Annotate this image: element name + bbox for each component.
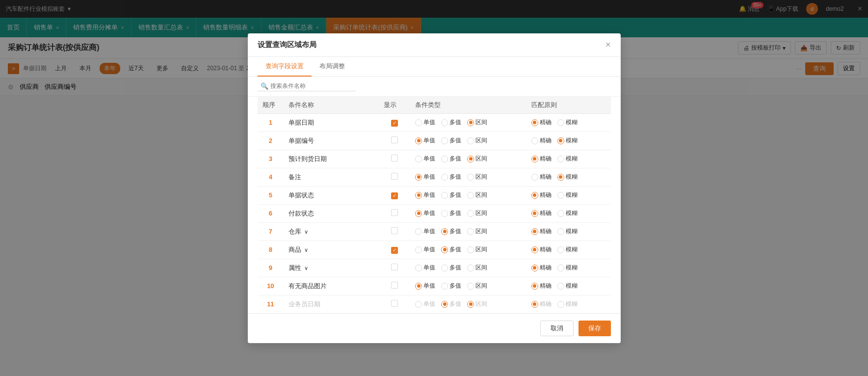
match-fuzzy-radio-circle[interactable] (557, 210, 564, 217)
match-exact-radio-circle[interactable] (531, 174, 538, 181)
match-fuzzy-radio[interactable]: 模糊 (557, 173, 578, 181)
type-single-radio[interactable]: 单值 (415, 155, 435, 163)
match-fuzzy-radio[interactable]: 模糊 (557, 300, 578, 308)
match-fuzzy-radio-circle[interactable] (557, 246, 564, 253)
match-exact-radio[interactable]: 精确 (531, 118, 552, 127)
type-single-radio-circle[interactable] (415, 265, 422, 271)
row-display[interactable] (379, 132, 410, 150)
match-fuzzy-radio[interactable]: 模糊 (557, 136, 578, 145)
match-fuzzy-radio-circle[interactable] (557, 301, 564, 308)
row-display[interactable] (379, 222, 410, 241)
type-single-radio-circle[interactable] (415, 228, 422, 235)
dropdown-arrow-icon[interactable]: ∨ (304, 229, 308, 235)
type-single-radio[interactable]: 单值 (415, 300, 435, 308)
type-multi-radio[interactable]: 多值 (441, 136, 461, 145)
match-exact-radio[interactable]: 精确 (531, 136, 552, 145)
type-range-radio-circle[interactable] (467, 210, 474, 217)
match-exact-radio-circle[interactable] (531, 265, 538, 271)
type-multi-radio-circle[interactable] (441, 192, 448, 199)
type-multi-radio[interactable]: 多值 (441, 209, 461, 217)
type-range-radio-circle[interactable] (467, 192, 474, 199)
type-single-radio-circle[interactable] (415, 156, 422, 162)
type-multi-radio-circle[interactable] (441, 228, 448, 235)
match-exact-radio[interactable]: 精确 (531, 155, 552, 163)
type-range-radio[interactable]: 区间 (467, 282, 487, 290)
display-checkbox[interactable] (391, 192, 398, 199)
type-single-radio-circle[interactable] (415, 301, 422, 308)
type-single-radio[interactable]: 单值 (415, 282, 435, 290)
display-checkbox[interactable] (391, 136, 398, 143)
type-range-radio-circle[interactable] (467, 119, 474, 126)
type-multi-radio-circle[interactable] (441, 119, 448, 126)
match-fuzzy-radio[interactable]: 模糊 (557, 245, 578, 254)
type-multi-radio-circle[interactable] (441, 246, 448, 253)
type-multi-radio[interactable]: 多值 (441, 118, 461, 127)
type-range-radio-circle[interactable] (467, 265, 474, 271)
row-display[interactable] (379, 295, 410, 313)
match-fuzzy-radio[interactable]: 模糊 (557, 118, 578, 127)
match-fuzzy-radio[interactable]: 模糊 (557, 155, 578, 163)
type-range-radio[interactable]: 区间 (467, 191, 487, 199)
type-multi-radio[interactable]: 多值 (441, 300, 461, 308)
modal-tab-query-fields[interactable]: 查询字段设置 (258, 57, 312, 77)
match-fuzzy-radio-circle[interactable] (557, 119, 564, 126)
cancel-button[interactable]: 取消 (540, 321, 574, 336)
type-single-radio-circle[interactable] (415, 246, 422, 253)
match-exact-radio-circle[interactable] (531, 283, 538, 290)
type-range-radio[interactable]: 区间 (467, 227, 487, 236)
type-multi-radio[interactable]: 多值 (441, 155, 461, 163)
type-multi-radio-circle[interactable] (441, 210, 448, 217)
type-multi-radio[interactable]: 多值 (441, 227, 461, 236)
row-display[interactable] (379, 277, 410, 295)
match-fuzzy-radio[interactable]: 模糊 (557, 227, 578, 236)
row-display[interactable] (379, 259, 410, 277)
type-multi-radio[interactable]: 多值 (441, 264, 461, 272)
type-range-radio[interactable]: 区间 (467, 118, 487, 127)
type-range-radio[interactable]: 区间 (467, 245, 487, 254)
match-exact-radio-circle[interactable] (531, 301, 538, 308)
type-single-radio[interactable]: 单值 (415, 136, 435, 145)
type-single-radio-circle[interactable] (415, 174, 422, 181)
dropdown-arrow-icon[interactable]: ∨ (304, 247, 308, 253)
match-exact-radio-circle[interactable] (531, 210, 538, 217)
search-input[interactable] (270, 82, 349, 89)
display-checkbox[interactable] (391, 247, 398, 254)
row-display[interactable] (379, 204, 410, 222)
match-exact-radio[interactable]: 精确 (531, 300, 552, 308)
match-fuzzy-radio-circle[interactable] (557, 228, 564, 235)
match-fuzzy-radio[interactable]: 模糊 (557, 282, 578, 290)
match-exact-radio-circle[interactable] (531, 156, 538, 162)
match-exact-radio-circle[interactable] (531, 192, 538, 199)
type-range-radio-circle[interactable] (467, 246, 474, 253)
type-multi-radio[interactable]: 多值 (441, 173, 461, 181)
match-fuzzy-radio-circle[interactable] (557, 265, 564, 271)
type-single-radio-circle[interactable] (415, 137, 422, 144)
display-checkbox[interactable] (391, 173, 398, 180)
match-fuzzy-radio-circle[interactable] (557, 156, 564, 162)
match-exact-radio-circle[interactable] (531, 137, 538, 144)
type-range-radio-circle[interactable] (467, 174, 474, 181)
modal-tab-layout[interactable]: 布局调整 (312, 57, 353, 77)
type-single-radio-circle[interactable] (415, 119, 422, 126)
match-fuzzy-radio[interactable]: 模糊 (557, 191, 578, 199)
match-fuzzy-radio[interactable]: 模糊 (557, 209, 578, 217)
type-range-radio-circle[interactable] (467, 228, 474, 235)
type-multi-radio[interactable]: 多值 (441, 282, 461, 290)
type-multi-radio[interactable]: 多值 (441, 245, 461, 254)
match-exact-radio[interactable]: 精确 (531, 245, 552, 254)
match-exact-radio-circle[interactable] (531, 228, 538, 235)
display-checkbox[interactable] (391, 300, 398, 307)
row-display[interactable] (379, 113, 410, 132)
type-single-radio[interactable]: 单值 (415, 245, 435, 254)
type-multi-radio-circle[interactable] (441, 137, 448, 144)
match-fuzzy-radio-circle[interactable] (557, 192, 564, 199)
save-button[interactable]: 保存 (579, 321, 611, 336)
type-range-radio[interactable]: 区间 (467, 209, 487, 217)
type-multi-radio-circle[interactable] (441, 301, 448, 308)
type-multi-radio-circle[interactable] (441, 174, 448, 181)
modal-close-button[interactable]: × (605, 40, 611, 49)
match-exact-radio-circle[interactable] (531, 119, 538, 126)
type-multi-radio[interactable]: 多值 (441, 191, 461, 199)
match-exact-radio[interactable]: 精确 (531, 173, 552, 181)
type-range-radio-circle[interactable] (467, 156, 474, 162)
